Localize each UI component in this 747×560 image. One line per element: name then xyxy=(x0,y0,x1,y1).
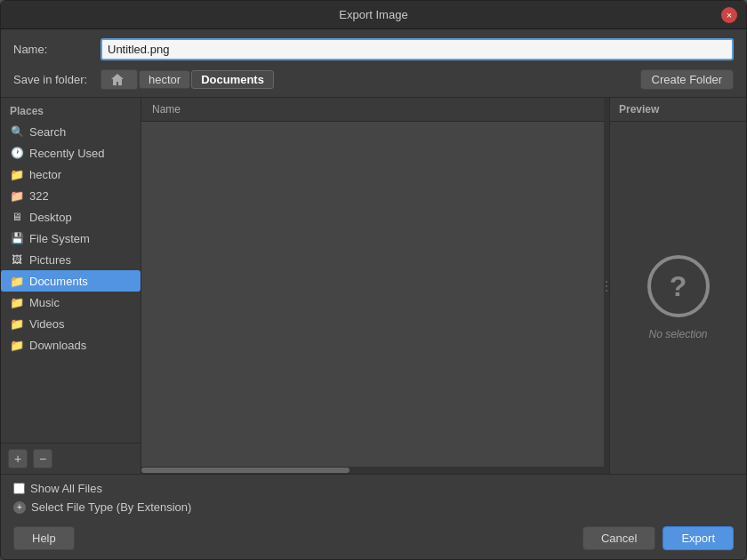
action-buttons-row: Help Cancel Export xyxy=(1,521,746,559)
show-all-files-row: Show All Files xyxy=(13,482,734,495)
select-file-type-row[interactable]: + Select File Type (By Extension) xyxy=(13,500,734,514)
preview-header: Preview xyxy=(610,98,746,122)
folder-icon xyxy=(10,167,24,181)
show-all-files-checkbox[interactable] xyxy=(13,483,25,494)
sidebar-spacer xyxy=(1,356,141,443)
sidebar-item-322-label: 322 xyxy=(29,189,49,203)
create-folder-button[interactable]: Create Folder xyxy=(640,69,734,90)
sidebar-item-desktop-label: Desktop xyxy=(29,211,72,224)
places-header: Places xyxy=(1,98,141,121)
sidebar-item-recently-used[interactable]: Recently Used xyxy=(1,142,141,164)
breadcrumb-documents[interactable]: Documents xyxy=(191,70,274,89)
breadcrumb: hector Documents xyxy=(100,69,633,90)
breadcrumb-hector[interactable]: hector xyxy=(139,70,190,89)
sidebar-item-filesystem[interactable]: File System xyxy=(1,228,141,249)
desktop-icon xyxy=(10,210,24,224)
folder-videos-icon xyxy=(10,316,24,331)
add-place-button[interactable]: + xyxy=(8,449,28,468)
expand-icon: + xyxy=(13,501,26,514)
show-all-files-label[interactable]: Show All Files xyxy=(30,482,102,495)
sidebar-item-desktop[interactable]: Desktop xyxy=(1,206,141,228)
sidebar-actions: + − xyxy=(1,443,141,474)
sidebar-item-hector[interactable]: hector xyxy=(1,164,141,185)
sidebar-item-322[interactable]: 322 xyxy=(1,185,141,206)
folder-music-icon xyxy=(10,295,24,309)
sidebar-item-music[interactable]: Music xyxy=(1,292,141,313)
sidebar-item-downloads[interactable]: Downloads xyxy=(1,334,141,356)
dialog-title: Export Image xyxy=(339,8,407,21)
folder-documents-icon xyxy=(10,274,24,288)
sidebar-item-documents[interactable]: Documents xyxy=(1,270,141,292)
name-label: Name: xyxy=(13,43,93,56)
name-column-header: Name xyxy=(152,103,181,116)
file-list[interactable] xyxy=(141,122,604,467)
sidebar-item-downloads-label: Downloads xyxy=(29,339,86,352)
file-list-area: Name xyxy=(141,98,604,474)
no-selection-text: No selection xyxy=(648,328,707,340)
help-button[interactable]: Help xyxy=(13,526,75,550)
sidebar-item-recently-used-label: Recently Used xyxy=(29,147,105,160)
filename-input[interactable] xyxy=(100,38,734,60)
resize-dots xyxy=(606,281,607,292)
folder-downloads-icon xyxy=(10,338,24,352)
scrollbar-thumb xyxy=(141,468,349,473)
export-button[interactable]: Export xyxy=(663,526,734,550)
folder-label: Save in folder: xyxy=(13,73,93,86)
breadcrumb-home[interactable] xyxy=(100,69,138,90)
export-image-dialog: Export Image × Name: Save in folder: hec… xyxy=(0,0,747,560)
main-area: Places Search Recently Used hector 322 D… xyxy=(1,97,746,474)
sidebar-item-search[interactable]: Search xyxy=(1,121,141,142)
recent-icon xyxy=(10,146,24,160)
preview-content: ? No selection xyxy=(647,122,710,474)
sidebar-item-hector-label: hector xyxy=(29,168,61,181)
preview-area: Preview ? No selection xyxy=(609,98,746,474)
sidebar-item-videos-label: Videos xyxy=(29,317,65,331)
horizontal-scrollbar[interactable] xyxy=(141,467,604,474)
sidebar-item-pictures[interactable]: Pictures xyxy=(1,249,141,270)
sidebar-item-pictures-label: Pictures xyxy=(29,253,71,267)
remove-place-button[interactable]: − xyxy=(33,449,52,468)
bottom-options: Show All Files + Select File Type (By Ex… xyxy=(1,474,746,521)
folder-row: Save in folder: hector Documents Create … xyxy=(1,66,746,97)
sidebar: Places Search Recently Used hector 322 D… xyxy=(1,98,141,474)
sidebar-item-videos[interactable]: Videos xyxy=(1,313,141,334)
sidebar-item-documents-label: Documents xyxy=(29,275,88,288)
no-selection-icon: ? xyxy=(647,255,710,317)
sidebar-item-search-label: Search xyxy=(29,125,66,139)
titlebar: Export Image × xyxy=(1,1,746,29)
sidebar-item-music-label: Music xyxy=(29,296,60,309)
close-button[interactable]: × xyxy=(721,7,737,23)
file-list-header: Name xyxy=(141,98,604,122)
right-buttons: Cancel Export xyxy=(582,526,734,550)
cancel-button[interactable]: Cancel xyxy=(582,526,655,550)
select-file-type-label: Select File Type (By Extension) xyxy=(31,500,191,514)
name-row: Name: xyxy=(1,29,746,66)
filesystem-icon xyxy=(10,231,24,245)
search-icon xyxy=(10,124,24,139)
folder-red-icon xyxy=(10,188,24,203)
pictures-icon xyxy=(10,252,24,267)
sidebar-item-filesystem-label: File System xyxy=(29,232,90,245)
